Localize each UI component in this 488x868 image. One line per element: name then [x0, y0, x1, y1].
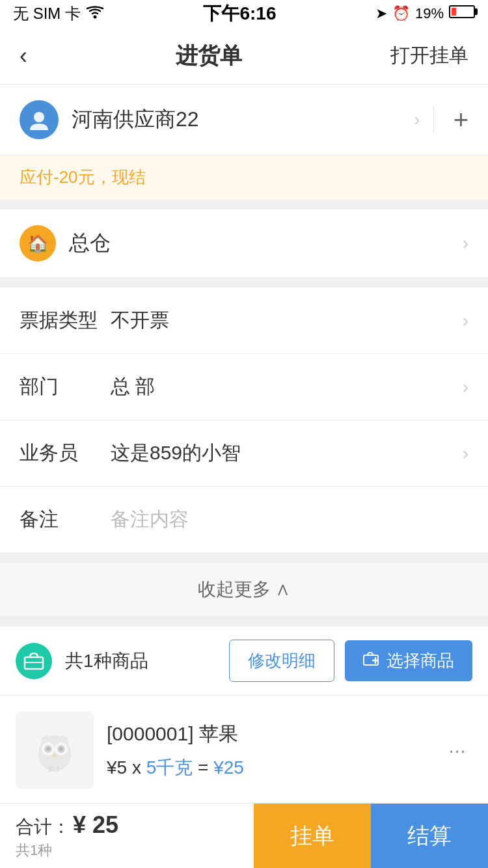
- svg-point-12: [46, 747, 50, 751]
- footer-total-row: 合计： ¥ 25: [16, 811, 238, 839]
- status-carrier-area: 无 SIM 卡: [13, 3, 104, 24]
- battery-icon: [449, 5, 475, 22]
- product-info: [0000001] 苹果 ¥5 x 5千克 = ¥25: [107, 721, 442, 780]
- divider: [433, 107, 434, 133]
- salesman-value: 这是859的小智: [111, 440, 463, 467]
- department-label: 部门: [20, 373, 111, 400]
- page-title: 进货单: [176, 41, 242, 71]
- products-icon: [16, 643, 52, 679]
- nav-bar: ‹ 进货单 打开挂单: [0, 27, 488, 85]
- open-pending-button[interactable]: 打开挂单: [390, 42, 468, 69]
- products-count: 共1种商品: [65, 649, 229, 673]
- wifi-icon: [86, 5, 104, 23]
- invoice-type-row[interactable]: 票据类型 不开票 ›: [0, 288, 488, 354]
- main-content: 河南供应商22 › + 应付-20元，现结 🏠 总仓 › 票据类型 不开票 › …: [0, 85, 488, 868]
- price-value: ¥5 x: [107, 757, 146, 778]
- settle-button[interactable]: 结算: [371, 804, 488, 868]
- total-value: ¥25: [213, 757, 244, 778]
- invoice-type-chevron-icon: ›: [463, 310, 468, 331]
- remark-row[interactable]: 备注 备注内容: [0, 487, 488, 552]
- equals-sign: =: [198, 757, 213, 778]
- alert-text: 应付-20元，现结: [20, 167, 146, 187]
- products-header: 共1种商品 修改明细 选择商品: [0, 627, 488, 696]
- location-icon: ➤: [375, 5, 387, 22]
- invoice-type-value: 不开票: [111, 307, 463, 334]
- status-right-area: ➤ ⏰ 19%: [375, 5, 475, 22]
- carrier-text: 无 SIM 卡: [13, 3, 81, 24]
- salesman-chevron-icon: ›: [463, 443, 468, 464]
- svg-point-0: [94, 16, 97, 19]
- footer: 合计： ¥ 25 共1种 挂单 结算: [0, 803, 488, 868]
- add-supplier-button[interactable]: +: [454, 105, 468, 135]
- total-sub: 共1种: [16, 841, 238, 860]
- svg-point-13: [59, 747, 63, 751]
- alert-banner: 应付-20元，现结: [0, 156, 488, 199]
- back-button[interactable]: ‹: [20, 42, 27, 70]
- product-name: [0000001] 苹果: [107, 721, 442, 748]
- alarm-icon: ⏰: [392, 5, 410, 22]
- salesman-label: 业务员: [20, 440, 111, 467]
- supplier-chevron-icon: ›: [414, 109, 420, 130]
- svg-text:督十: 督十: [48, 765, 61, 772]
- salesman-row[interactable]: 业务员 这是859的小智 ›: [0, 420, 488, 487]
- quantity-value: 5千克: [146, 757, 193, 778]
- remark-label: 备注: [20, 506, 111, 533]
- supplier-section: 河南供应商22 › + 应付-20元，现结: [0, 85, 488, 199]
- edit-details-button[interactable]: 修改明细: [229, 640, 334, 682]
- warehouse-name: 总仓: [69, 229, 463, 258]
- supplier-row[interactable]: 河南供应商22 › +: [0, 85, 488, 156]
- collapse-label: 收起更多 ∧: [198, 579, 291, 599]
- battery-percent: 19%: [415, 5, 444, 22]
- supplier-avatar: [20, 100, 59, 139]
- status-bar: 无 SIM 卡 下午6:16 ➤ ⏰ 19%: [0, 0, 488, 27]
- department-row[interactable]: 部门 总 部 ›: [0, 354, 488, 420]
- total-amount: ¥ 25: [73, 811, 118, 839]
- svg-point-1: [34, 112, 44, 122]
- select-products-button[interactable]: 选择商品: [345, 640, 472, 681]
- product-price: ¥5 x 5千克 = ¥25: [107, 755, 442, 780]
- pending-button[interactable]: 挂单: [254, 804, 371, 868]
- product-code: [0000001] 苹果: [107, 723, 238, 744]
- department-value: 总 部: [111, 373, 463, 400]
- department-chevron-icon: ›: [463, 377, 468, 398]
- warehouse-row[interactable]: 🏠 总仓 ›: [0, 210, 488, 277]
- form-section: 票据类型 不开票 › 部门 总 部 › 业务员 这是859的小智 › 备注 备注…: [0, 288, 488, 552]
- footer-total-area: 合计： ¥ 25 共1种: [0, 804, 254, 868]
- product-more-button[interactable]: ···: [442, 732, 472, 769]
- warehouse-chevron-icon: ›: [463, 233, 468, 254]
- status-time: 下午6:16: [203, 1, 276, 26]
- invoice-type-label: 票据类型: [20, 307, 111, 334]
- warehouse-icon: 🏠: [20, 225, 56, 262]
- total-label: 合计：: [16, 815, 70, 839]
- collapse-row[interactable]: 收起更多 ∧: [0, 563, 488, 616]
- remark-input[interactable]: 备注内容: [111, 506, 468, 533]
- supplier-name: 河南供应商22: [72, 105, 414, 134]
- product-item: 督十 [0000001] 苹果 ¥5 x 5千克 = ¥25 ···: [0, 696, 488, 805]
- select-products-icon: [363, 651, 381, 671]
- select-products-label: 选择商品: [386, 649, 454, 672]
- product-thumbnail: 督十: [16, 711, 94, 789]
